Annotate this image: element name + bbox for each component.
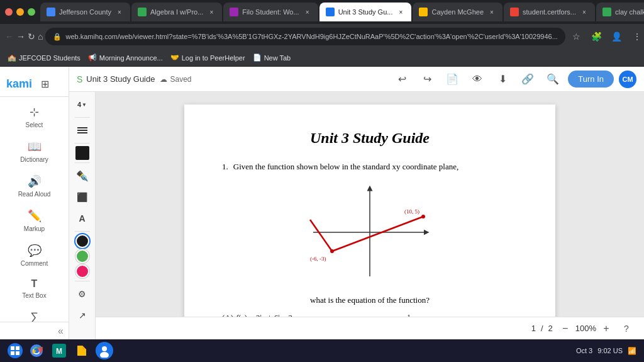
size-value: 4 [77, 101, 81, 108]
help-button[interactable]: ? [619, 321, 634, 336]
bookmark-newtab[interactable]: 📄 New Tab [253, 54, 291, 62]
zoom-controls: − 100% + [558, 321, 614, 336]
color-green-swatch[interactable] [75, 249, 89, 263]
turn-in-button[interactable]: Turn In [568, 71, 614, 88]
line-icon [77, 127, 87, 128]
tab-cayden[interactable]: Cayden McGhee × [413, 3, 502, 21]
close-window-btn[interactable] [5, 8, 13, 16]
doc-title-text: Unit 3 Study Guide [86, 74, 155, 84]
color-pink-swatch[interactable] [75, 264, 89, 278]
pdf-viewer[interactable]: Unit 3 Study Guide 1. Given the function… [96, 92, 644, 317]
pen-tool-button[interactable]: ✒️ [72, 166, 92, 186]
tab-unit3-study[interactable]: Unit 3 Study Gu... × [319, 3, 412, 21]
line-style-button[interactable] [72, 120, 92, 140]
bookmark-star-icon[interactable]: ☆ [568, 28, 586, 45]
sidebar-item-comment[interactable]: 💬 Comment [4, 239, 65, 272]
tab-favicon [47, 8, 55, 16]
share-button[interactable]: 🔗 [518, 69, 538, 89]
text-draw-button[interactable]: A [72, 208, 92, 229]
tab-label: Unit 3 Study Gu... [338, 8, 393, 16]
search-button[interactable]: 🔍 [543, 69, 563, 89]
tab-filo[interactable]: Filo Student: Wo... × [223, 3, 318, 21]
tab-close-icon[interactable]: × [303, 8, 312, 16]
line-icon [77, 132, 87, 133]
grid-menu-button[interactable]: ⊞ [37, 77, 52, 92]
svg-point-10 [102, 346, 107, 351]
tab-jefferson-county[interactable]: Jefferson County × [40, 3, 130, 21]
avatar[interactable]: CM [619, 71, 636, 88]
chrome-taskbar-icon[interactable] [28, 342, 45, 359]
zoom-in-button[interactable]: + [599, 321, 614, 336]
draw-settings-button[interactable]: ⚙ [72, 284, 92, 304]
page-separator: / [541, 324, 543, 333]
tab-close-icon[interactable]: × [115, 8, 124, 16]
maximize-window-btn[interactable] [28, 8, 35, 16]
right-point [421, 215, 425, 218]
zoom-level: 100% [575, 324, 596, 333]
question-number: 1. Given the function shown below in the… [222, 162, 518, 172]
document-button[interactable]: 📄 [442, 69, 462, 89]
choice-b-text: f(x) = 12|x + 6| − 3 [386, 313, 444, 317]
taskbar-date: Oct 3 [576, 347, 592, 354]
point-10-5-label: (10, 5) [404, 208, 419, 215]
lock-icon: 🔒 [53, 33, 62, 41]
sidebar-item-label: Read Aloud [18, 191, 51, 198]
minimize-window-btn[interactable] [16, 8, 24, 16]
choice-a-label: (A) [222, 313, 233, 317]
zoom-out-button[interactable]: − [558, 321, 573, 336]
tab-favicon [602, 8, 611, 16]
home-button[interactable]: ⌂ [38, 28, 43, 45]
sidebar-item-equation[interactable]: ∑ Equation [4, 305, 65, 322]
tab-close-icon[interactable]: × [487, 8, 496, 16]
more-options-button[interactable]: ⋮ [628, 28, 644, 45]
tab-label: Cayden McGhee [431, 8, 484, 16]
tab-certfors[interactable]: student.certfors... × [504, 3, 595, 21]
sub-question: what is the equation of the function? [222, 295, 518, 305]
download-button[interactable]: ⬇ [492, 69, 513, 89]
extensions-button[interactable]: 🧩 [588, 28, 606, 45]
tab-close-icon[interactable]: × [396, 8, 405, 16]
markup-icon: ✏️ [28, 209, 42, 223]
profile-button[interactable]: 👤 [608, 28, 626, 45]
sidebar-item-read-aloud[interactable]: 🔊 Read Aloud [4, 169, 65, 203]
user-taskbar-icon[interactable] [96, 342, 113, 359]
redo-button[interactable]: ↪ [417, 69, 437, 89]
sidebar-item-textbox[interactable]: T Text Box [4, 273, 65, 304]
start-button[interactable] [8, 343, 23, 358]
files-taskbar-icon[interactable] [73, 342, 91, 359]
bookmark-peerhelper[interactable]: 🤝 Log in to PeerHelper [170, 54, 245, 62]
color-preview[interactable] [75, 146, 89, 160]
main-content: Unit 3 Study Guide 1. Given the function… [96, 92, 644, 339]
draw-share-button[interactable]: ↗ [72, 305, 92, 325]
eye-button[interactable]: 👁 [467, 69, 487, 89]
reload-button[interactable]: ↻ [28, 28, 35, 45]
draw-size-selector[interactable]: 4 ▼ [72, 94, 92, 115]
choice-a-text: f(x) = 2|x + 6| − 3 [236, 313, 292, 317]
forward-button[interactable]: → [16, 28, 25, 45]
color-black-swatch[interactable] [75, 234, 89, 248]
sidebar-tools: ⊹ Select 📖 Dictionary 🔊 Read Aloud ✏️ Ma… [0, 97, 69, 322]
collapse-sidebar-button[interactable]: « [0, 322, 69, 339]
address-bar[interactable]: 🔒 web.kamihq.com/web/viewer.html?state=%… [45, 28, 565, 45]
tab-clay[interactable]: clay chalkville hi... × [596, 3, 644, 21]
sidebar-item-dictionary[interactable]: 📖 Dictionary [4, 135, 65, 168]
select-icon: ⊹ [30, 105, 39, 119]
sidebar-item-markup[interactable]: ✏️ Markup [4, 204, 65, 237]
undo-button[interactable]: ↩ [392, 69, 412, 89]
sidebar-item-select[interactable]: ⊹ Select [4, 100, 65, 133]
chevron-down-icon: ▼ [82, 102, 87, 108]
tab-favicon [510, 8, 519, 16]
meet-taskbar-icon[interactable]: M [50, 342, 68, 359]
taskbar: M Oct 3 9:02 US 📶 [0, 339, 644, 362]
doc-type-icon: S [77, 74, 82, 84]
highlighter-button[interactable]: ⬛ [72, 187, 92, 207]
sidebar-item-label: Dictionary [20, 156, 48, 163]
tab-close-icon[interactable]: × [580, 8, 589, 16]
question-block: 1. Given the function shown below in the… [222, 162, 518, 317]
bookmark-jefcoed[interactable]: 🏫 JEFCOED Students [8, 54, 80, 62]
bookmark-morning[interactable]: 📢 Morning Announce... [88, 54, 163, 62]
tab-close-icon[interactable]: × [207, 8, 216, 16]
taskbar-left: M [8, 342, 113, 359]
tab-algebra[interactable]: Algebra I w/Pro... × [131, 3, 222, 21]
back-button[interactable]: ← [5, 28, 14, 45]
